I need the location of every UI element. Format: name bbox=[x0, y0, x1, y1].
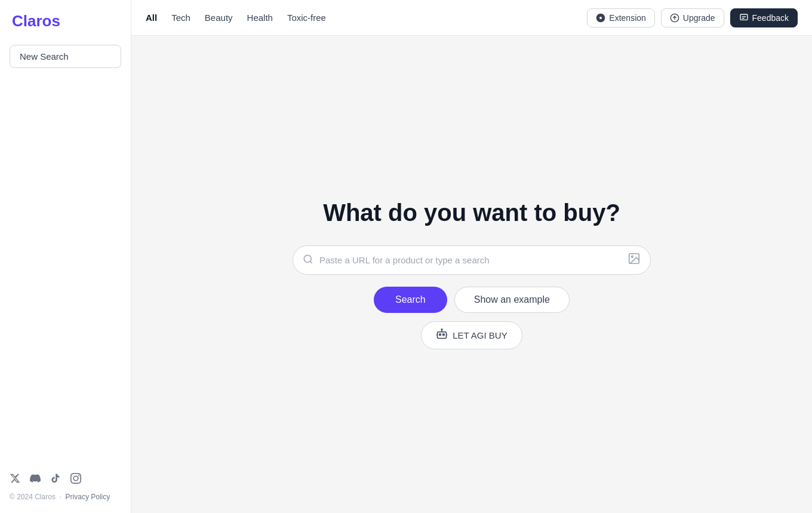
nav-actions: Extension Upgrade Feedback bbox=[587, 8, 798, 27]
top-navigation: All Tech Beauty Health Toxic-free Extens… bbox=[131, 0, 812, 36]
sidebar-footer: © 2024 Claros · Privacy Policy bbox=[10, 473, 121, 501]
upgrade-icon bbox=[670, 13, 679, 23]
svg-point-9 bbox=[441, 329, 442, 330]
search-icon bbox=[303, 254, 313, 267]
main-heading: What do you want to buy? bbox=[323, 199, 620, 226]
extension-button[interactable]: Extension bbox=[587, 8, 654, 27]
svg-rect-8 bbox=[438, 332, 447, 339]
main-area: All Tech Beauty Health Toxic-free Extens… bbox=[131, 0, 812, 513]
tab-tech[interactable]: Tech bbox=[171, 10, 190, 25]
image-upload-icon[interactable] bbox=[628, 252, 641, 268]
discord-icon[interactable] bbox=[30, 473, 41, 487]
new-search-button[interactable]: New Search bbox=[10, 45, 121, 68]
extension-icon bbox=[596, 13, 605, 23]
action-buttons: Search Show an example bbox=[374, 287, 570, 313]
tiktok-icon[interactable] bbox=[50, 473, 61, 487]
search-input[interactable] bbox=[319, 255, 628, 265]
show-example-button[interactable]: Show an example bbox=[454, 287, 570, 313]
svg-point-7 bbox=[631, 256, 633, 257]
twitter-icon[interactable] bbox=[10, 473, 20, 487]
agi-buy-button[interactable]: LET AGI BUY bbox=[421, 321, 522, 349]
sidebar: Claros New Search bbox=[0, 0, 131, 513]
tab-toxicfree[interactable]: Toxic-free bbox=[287, 10, 326, 25]
upgrade-button[interactable]: Upgrade bbox=[661, 8, 724, 27]
privacy-policy-link[interactable]: Privacy Policy bbox=[66, 493, 110, 501]
tab-beauty[interactable]: Beauty bbox=[205, 10, 233, 25]
search-box bbox=[293, 245, 651, 275]
social-icons bbox=[10, 473, 121, 487]
search-button[interactable]: Search bbox=[374, 287, 447, 313]
tab-all[interactable]: All bbox=[146, 10, 157, 25]
feedback-icon bbox=[739, 13, 749, 23]
tab-health[interactable]: Health bbox=[247, 10, 273, 25]
svg-line-5 bbox=[310, 261, 312, 263]
main-content: What do you want to buy? Search Show an … bbox=[131, 36, 812, 513]
instagram-icon[interactable] bbox=[70, 473, 81, 487]
logo: Claros bbox=[10, 12, 121, 30]
feedback-button[interactable]: Feedback bbox=[730, 8, 798, 27]
agi-buy-label: LET AGI BUY bbox=[453, 330, 507, 340]
svg-point-4 bbox=[304, 255, 311, 262]
footer-copyright: © 2024 Claros · Privacy Policy bbox=[10, 493, 121, 501]
svg-rect-10 bbox=[439, 334, 441, 336]
svg-rect-11 bbox=[443, 334, 445, 336]
robot-icon bbox=[436, 328, 448, 343]
nav-tabs: All Tech Beauty Health Toxic-free bbox=[146, 10, 326, 25]
